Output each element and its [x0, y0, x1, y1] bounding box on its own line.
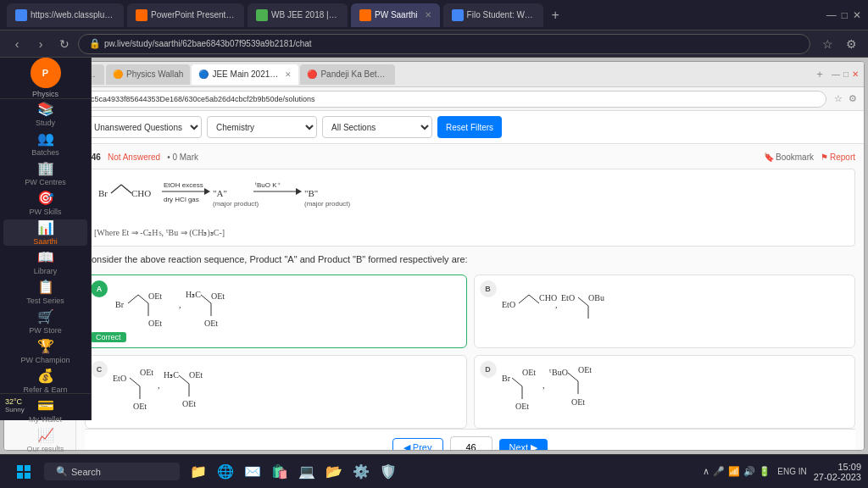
sidebar-item-pwcentres[interactable]: 🏢 PW Centres: [3, 160, 87, 186]
inner-new-tab-button[interactable]: +: [816, 68, 823, 80]
question-filter-select[interactable]: Unanswered Questions: [85, 116, 202, 138]
tab-favicon-2: [136, 9, 147, 21]
option-d-card[interactable]: D Br OEt OEt ,: [474, 355, 856, 429]
inner-star-icon[interactable]: ☆: [832, 93, 844, 104]
taskbar-settings-icon[interactable]: ⚙️: [349, 460, 373, 484]
option-a-card[interactable]: A Br OEt OEt: [85, 274, 467, 348]
pw-logo: P Physics: [0, 58, 91, 99]
sidebar-item-pwskills[interactable]: 🎯 PW Skills: [3, 190, 87, 216]
option-b-card[interactable]: B EtO CHO , EtO: [474, 274, 856, 348]
weather-widget: 32°C Sunny: [0, 393, 91, 417]
svg-text:OEt: OEt: [148, 291, 162, 301]
results-icon: 📈: [37, 427, 54, 443]
sidebar-item-saarthi[interactable]: 📊 Saarthi: [3, 219, 87, 246]
sidebar-item-study[interactable]: 📚 Study: [3, 101, 87, 127]
sidebar-item-results[interactable]: 📈 Our results: [3, 427, 87, 453]
taskbar-shield-icon[interactable]: 🛡️: [376, 460, 400, 484]
taskbar-mail-icon[interactable]: ✉️: [241, 460, 264, 484]
pw-logo-label: Physics: [32, 90, 58, 98]
next-button[interactable]: Next ▶: [499, 439, 548, 450]
report-button[interactable]: ⚑ Report: [821, 152, 855, 162]
maximize-button[interactable]: □: [842, 9, 848, 21]
refresh-button[interactable]: ↻: [54, 34, 75, 54]
new-tab-button[interactable]: +: [552, 8, 559, 23]
taskbar-store-icon[interactable]: 🛍️: [268, 460, 292, 484]
svg-rect-58: [17, 465, 23, 471]
minimize-button[interactable]: —: [826, 9, 837, 21]
tab-favicon-3: [256, 9, 268, 21]
bookmark-star-icon[interactable]: ☆: [817, 34, 837, 54]
settings-icon[interactable]: ⚙: [841, 34, 861, 54]
tab-pw-saarthi[interactable]: PW Saarthi ✕: [351, 3, 440, 27]
tab-filo[interactable]: Filo Student: World's Only Live Instanc.…: [443, 3, 543, 27]
tab-close-4[interactable]: ✕: [425, 10, 431, 19]
browser-tabbar: https://web.classplusapp.com/newAp... Po…: [0, 0, 868, 30]
svg-text:EtOH excess: EtOH excess: [164, 181, 203, 189]
mic-icon[interactable]: 🎤: [713, 466, 725, 477]
inner-tab-pw[interactable]: 🟠 Physics Wallah: [106, 64, 190, 85]
sidebar-label-study: Study: [36, 119, 55, 127]
sidebar-label-pwchampion: PW Champion: [20, 356, 70, 364]
taskbar-system-tray: ∧ 🎤 📶 🔊 🔋: [703, 466, 771, 477]
sidebar-item-refer[interactable]: 💰 Refer & Earn: [3, 368, 87, 394]
svg-text:,: ,: [179, 300, 181, 309]
prev-button[interactable]: ◀ Prev: [392, 438, 443, 450]
inner-maximize-button[interactable]: □: [843, 69, 849, 79]
tab-label-3: WB JEE 2018 | d and f Block Elements...: [271, 10, 339, 19]
inner-tab-favicon-2: 🟠: [113, 69, 123, 79]
section-filter-select[interactable]: All Sections: [322, 116, 432, 138]
option-a-circle: A: [91, 280, 108, 297]
start-button[interactable]: [7, 459, 41, 485]
testseries-icon: 📋: [37, 279, 54, 295]
sidebar-item-pwstore[interactable]: 🛒 PW Store: [3, 308, 87, 335]
taskbar-file-explorer-icon[interactable]: 📁: [186, 460, 210, 484]
subject-filter-select[interactable]: Chemistry: [207, 116, 317, 138]
inner-address-bar[interactable]: app.quizrr.in/62c5ca4933f85644353De168/6…: [31, 91, 826, 108]
windows-logo-icon: [16, 464, 31, 480]
tab-powerpoint[interactable]: PowerPoint Presentation: [127, 3, 244, 27]
sidebar-item-library[interactable]: 📖 Library: [3, 249, 87, 275]
address-bar[interactable]: 🔒 pw.live/study/saarthi/62bae6843b07f953…: [78, 34, 810, 54]
option-c-circle: C: [91, 361, 108, 378]
inner-settings-icon[interactable]: ⚙: [847, 93, 859, 104]
forward-button[interactable]: ›: [31, 34, 51, 54]
clock-display[interactable]: 15:09 27-02-2023: [814, 462, 861, 482]
bookmark-button[interactable]: 🔖 Bookmark: [764, 152, 814, 162]
taskbar-search-bar[interactable]: 🔍 Search: [44, 463, 180, 480]
page-input[interactable]: [450, 436, 492, 450]
sidebar-item-testseries[interactable]: 📋 Test Series: [3, 279, 87, 305]
tab-wbjee[interactable]: WB JEE 2018 | d and f Block Elements...: [248, 3, 348, 27]
tab-favicon-5: [452, 9, 464, 21]
content-panel: Unanswered Questions Chemistry All Secti…: [76, 111, 864, 450]
inner-close-button[interactable]: ✕: [852, 69, 859, 79]
taskbar-dev-icon[interactable]: 💻: [295, 460, 319, 484]
volume-icon[interactable]: 🔊: [743, 466, 755, 477]
svg-text:(major product): (major product): [213, 200, 259, 208]
taskbar-folder-icon[interactable]: 📂: [322, 460, 346, 484]
battery-icon[interactable]: 🔋: [759, 466, 771, 477]
reset-filters-button[interactable]: Reset Filters: [437, 116, 502, 138]
inner-tab-jee2021[interactable]: 🔵 JEE Main 2021 (25 Jul Shift 2) - C... …: [192, 64, 298, 85]
language-indicator[interactable]: ENG IN: [777, 467, 806, 476]
svg-text:CHO: CHO: [539, 293, 557, 302]
sidebar-item-batches[interactable]: 👥 Batches: [3, 130, 87, 157]
wifi-icon[interactable]: 📶: [728, 466, 740, 477]
svg-line-16: [128, 295, 138, 303]
tab-label-4: PW Saarthi: [375, 10, 418, 19]
back-button[interactable]: ‹: [7, 34, 27, 54]
inner-tab-text-4: Pandeji Ka Beta Hoon (Mal-Re 1...: [320, 69, 388, 79]
inner-tab-pandeji[interactable]: 🔴 Pandeji Ka Beta Hoon (Mal-Re 1...: [300, 64, 395, 85]
option-c-card[interactable]: C EtO OEt OEt ,: [85, 355, 467, 429]
svg-line-29: [529, 295, 539, 303]
svg-text:"A": "A": [213, 188, 227, 198]
svg-text:CHO: CHO: [131, 188, 151, 198]
weather-temp: 32°C: [5, 397, 86, 406]
taskbar-browser-icon[interactable]: 🌐: [214, 460, 237, 484]
svg-line-37: [130, 378, 140, 386]
inner-minimize-button[interactable]: —: [832, 69, 840, 79]
sidebar-item-pwchampion[interactable]: 🏆 PW Champion: [3, 338, 87, 364]
tab-classplusapp[interactable]: https://web.classplusapp.com/newAp...: [7, 3, 124, 27]
close-button[interactable]: ✕: [853, 9, 861, 21]
inner-tab-close-3[interactable]: ✕: [285, 70, 292, 79]
chevron-up-icon[interactable]: ∧: [703, 466, 709, 477]
